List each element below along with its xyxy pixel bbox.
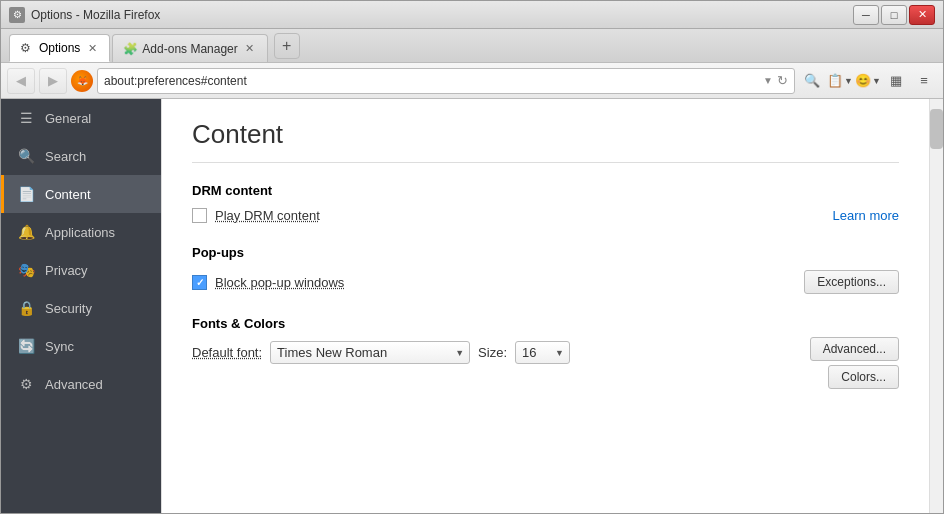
content-panel: Content DRM content Play DRM content Lea…: [161, 99, 929, 513]
font-select[interactable]: Times New Roman: [270, 341, 470, 364]
addons-tab-close[interactable]: ✕: [243, 42, 257, 56]
main-area: ☰ General 🔍 Search 📄 Content 🔔 Applicati…: [1, 99, 943, 513]
address-text: about:preferences#content: [104, 74, 759, 88]
dropdown-arrow-icon: ▼: [763, 75, 773, 86]
search-icon: 🔍: [17, 147, 35, 165]
new-tab-button[interactable]: +: [274, 33, 300, 59]
sidebar-item-privacy[interactable]: 🎭 Privacy: [1, 251, 161, 289]
sidebar: ☰ General 🔍 Search 📄 Content 🔔 Applicati…: [1, 99, 161, 513]
addons-tab-label: Add-ons Manager: [142, 42, 237, 56]
options-tab-icon: ⚙: [20, 41, 34, 55]
scrollbar[interactable]: [929, 99, 943, 513]
fonts-action-buttons: Advanced... Colors...: [810, 337, 899, 389]
user-dropdown-icon: ▼: [872, 76, 881, 86]
sync-icon: 🔄: [17, 337, 35, 355]
bookmarks-dropdown-icon: ▼: [844, 76, 853, 86]
popups-section: Pop-ups Block pop-up windows Exceptions.…: [192, 245, 899, 294]
sidebar-item-general[interactable]: ☰ General: [1, 99, 161, 137]
fonts-controls: Default font: Times New Roman Size: 16: [192, 341, 570, 364]
firefox-logo: 🦊: [71, 70, 93, 92]
sidebar-advanced-label: Advanced: [45, 377, 103, 392]
window-controls: ─ □ ✕: [853, 5, 935, 25]
title-divider: [192, 162, 899, 163]
tab-options[interactable]: ⚙ Options ✕: [9, 34, 110, 62]
content-icon: 📄: [17, 185, 35, 203]
size-select[interactable]: 16: [515, 341, 570, 364]
sidebar-item-advanced[interactable]: ⚙ Advanced: [1, 365, 161, 403]
applications-icon: 🔔: [17, 223, 35, 241]
forward-button[interactable]: ▶: [39, 68, 67, 94]
advanced-button[interactable]: Advanced...: [810, 337, 899, 361]
nav-bar: ◀ ▶ 🦊 about:preferences#content ▼ ↻ 🔍 📋 …: [1, 63, 943, 99]
sidebar-sync-label: Sync: [45, 339, 74, 354]
popups-checkbox-wrapper: Block pop-up windows: [192, 275, 344, 290]
default-font-label: Default font:: [192, 345, 262, 360]
popups-checkbox-label: Block pop-up windows: [215, 275, 344, 290]
tab-bar: ⚙ Options ✕ 🧩 Add-ons Manager ✕ +: [1, 29, 943, 63]
sidebar-toggle-button[interactable]: ▦: [883, 68, 909, 94]
browser-window: ⚙ Options - Mozilla Firefox ─ □ ✕ ⚙ Opti…: [0, 0, 944, 514]
sidebar-item-content[interactable]: 📄 Content: [1, 175, 161, 213]
drm-section-title: DRM content: [192, 183, 899, 198]
menu-button[interactable]: ≡: [911, 68, 937, 94]
bookmarks-button[interactable]: 📋 ▼: [827, 68, 853, 94]
sidebar-item-applications[interactable]: 🔔 Applications: [1, 213, 161, 251]
colors-button[interactable]: Colors...: [828, 365, 899, 389]
drm-option-row: Play DRM content Learn more: [192, 208, 899, 223]
drm-checkbox[interactable]: [192, 208, 207, 223]
user-button[interactable]: 😊 ▼: [855, 68, 881, 94]
drm-checkbox-label: Play DRM content: [215, 208, 320, 223]
exceptions-button[interactable]: Exceptions...: [804, 270, 899, 294]
page-title: Content: [192, 119, 899, 150]
addons-tab-icon: 🧩: [123, 42, 137, 56]
fonts-section-title: Fonts & Colors: [192, 316, 899, 331]
learn-more-link[interactable]: Learn more: [833, 208, 899, 223]
advanced-icon: ⚙: [17, 375, 35, 393]
sidebar-security-label: Security: [45, 301, 92, 316]
scrollbar-thumb[interactable]: [930, 109, 943, 149]
popups-checkbox[interactable]: [192, 275, 207, 290]
font-select-wrapper: Times New Roman: [270, 341, 470, 364]
sidebar-content-label: Content: [45, 187, 91, 202]
bookmarks-icon: 📋: [827, 73, 843, 88]
privacy-icon: 🎭: [17, 261, 35, 279]
tab-addons[interactable]: 🧩 Add-ons Manager ✕: [112, 34, 267, 62]
back-button[interactable]: ◀: [7, 68, 35, 94]
sidebar-privacy-label: Privacy: [45, 263, 88, 278]
general-icon: ☰: [17, 109, 35, 127]
window-title: Options - Mozilla Firefox: [31, 8, 847, 22]
address-bar[interactable]: about:preferences#content ▼ ↻: [97, 68, 795, 94]
minimize-button[interactable]: ─: [853, 5, 879, 25]
drm-section: DRM content Play DRM content Learn more: [192, 183, 899, 223]
sidebar-item-search[interactable]: 🔍 Search: [1, 137, 161, 175]
size-select-wrapper: 16: [515, 341, 570, 364]
sidebar-applications-label: Applications: [45, 225, 115, 240]
search-icon-button[interactable]: 🔍: [799, 68, 825, 94]
security-icon: 🔒: [17, 299, 35, 317]
sidebar-search-label: Search: [45, 149, 86, 164]
sidebar-item-sync[interactable]: 🔄 Sync: [1, 327, 161, 365]
sidebar-general-label: General: [45, 111, 91, 126]
content-scroll-area: Content DRM content Play DRM content Lea…: [161, 99, 943, 513]
close-button[interactable]: ✕: [909, 5, 935, 25]
title-bar: ⚙ Options - Mozilla Firefox ─ □ ✕: [1, 1, 943, 29]
reload-icon[interactable]: ↻: [777, 73, 788, 88]
nav-icons: 🔍 📋 ▼ 😊 ▼ ▦ ≡: [799, 68, 937, 94]
drm-checkbox-wrapper: Play DRM content: [192, 208, 320, 223]
fonts-section: Fonts & Colors Default font: Times New R…: [192, 316, 899, 389]
popups-option-row: Block pop-up windows Exceptions...: [192, 270, 899, 294]
options-tab-label: Options: [39, 41, 80, 55]
window-icon: ⚙: [9, 7, 25, 23]
maximize-button[interactable]: □: [881, 5, 907, 25]
user-icon: 😊: [855, 73, 871, 88]
popups-section-title: Pop-ups: [192, 245, 899, 260]
options-tab-close[interactable]: ✕: [85, 41, 99, 55]
size-label: Size:: [478, 345, 507, 360]
fonts-row: Default font: Times New Roman Size: 16: [192, 341, 899, 389]
sidebar-item-security[interactable]: 🔒 Security: [1, 289, 161, 327]
